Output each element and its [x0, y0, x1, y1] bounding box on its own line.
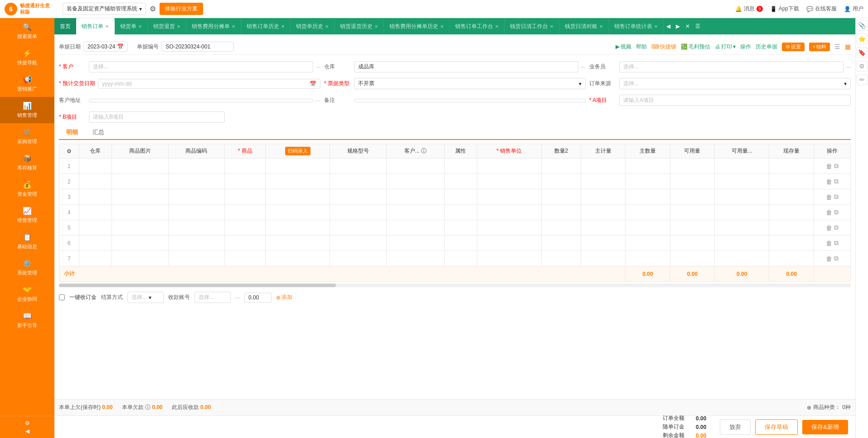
right-panel-icon-2[interactable]: ⭐	[857, 34, 868, 44]
order-source-select[interactable]: 选择... ▾	[619, 78, 851, 89]
delete-icon-6[interactable]: 🗑	[826, 240, 832, 247]
copy-icon-4[interactable]: ⧉	[834, 208, 839, 216]
industry-btn[interactable]: 体验行业方案	[160, 3, 203, 15]
tab-close-icon[interactable]: ✕	[599, 24, 603, 29]
sidebar-item-business[interactable]: 📈 经营管理	[0, 202, 54, 228]
system-selector[interactable]: 装备及固定资产辅助管理系统 ▾	[63, 3, 146, 15]
settings-icon[interactable]: ⚙	[150, 5, 156, 13]
cell-customer-1[interactable]	[386, 159, 444, 174]
tab-close-icon[interactable]: ✕	[654, 24, 658, 29]
tab-home[interactable]: 首页	[54, 18, 76, 34]
copy-icon-5[interactable]: ⧉	[834, 224, 839, 231]
sidebar-item-inventory[interactable]: 📦 库存核算	[0, 149, 54, 176]
tab-prev-btn[interactable]: ◀	[664, 23, 673, 29]
profit-btn[interactable]: 💹 毛利预估	[681, 43, 710, 51]
addr-more-icon[interactable]: ···	[316, 97, 320, 104]
invoice-type-select[interactable]: 不开票 ▾	[354, 78, 586, 89]
grid-icon[interactable]: ▦	[845, 43, 851, 50]
payment-method-select[interactable]: 选择... ▾	[127, 292, 164, 303]
tab-daily-reconcile[interactable]: 钱货日清对账 ✕	[559, 18, 609, 34]
discard-btn[interactable]: 放弃	[720, 419, 751, 435]
tab-close-icon[interactable]: ✕	[177, 24, 180, 29]
delete-icon-2[interactable]: 🗑	[826, 178, 832, 185]
tab-sales-invoice[interactable]: 销货单 ✕	[115, 18, 148, 34]
salesperson-input[interactable]: 选择...	[619, 61, 844, 72]
scan-input-btn[interactable]: 扫码录入	[285, 147, 310, 155]
sub-tab-summary[interactable]: 汇总	[85, 125, 112, 139]
tab-sales-expense[interactable]: 销售费用分摊单 ✕	[186, 18, 241, 34]
tab-close-icon[interactable]: ✕	[325, 24, 329, 29]
tab-close-icon[interactable]: ✕	[495, 24, 499, 29]
cell-qty2-1[interactable]	[541, 159, 581, 174]
notification-icon[interactable]: 🔔 消息 9	[735, 5, 763, 13]
tab-return-history[interactable]: 销货退货历史 ✕	[335, 18, 384, 34]
account-select[interactable]: 选择...	[194, 292, 231, 303]
tab-close-icon[interactable]: ✕	[232, 24, 235, 29]
th-settings[interactable]: ⚙	[59, 144, 79, 159]
b-project-input[interactable]: 请输入B项目	[89, 111, 225, 123]
add-payment-btn[interactable]: ⊕ 添加	[276, 294, 292, 301]
horizontal-scrollbar[interactable]	[59, 284, 851, 287]
cell-code-1[interactable]	[168, 159, 225, 174]
sidebar-item-purchase[interactable]: 🛒 采购管理	[0, 123, 54, 149]
tab-close-icon[interactable]: ✕	[105, 24, 109, 29]
tab-sales-order-history[interactable]: 销售订单历史 ✕	[241, 18, 291, 34]
copy-icon-7[interactable]: ⧉	[834, 255, 839, 262]
help-btn[interactable]: 帮助	[636, 43, 647, 51]
tab-close-icon[interactable]: ✕	[550, 24, 553, 29]
cell-spec-1[interactable]	[330, 159, 387, 174]
delivery-date-input[interactable]: yyyy-mm-dd 📅	[98, 79, 320, 89]
date-input[interactable]: 2023-03-24 📅	[83, 42, 128, 52]
save-draft-btn[interactable]: 保存草稿	[755, 419, 798, 435]
tab-close-icon[interactable]: ✕	[138, 24, 142, 29]
customer-input[interactable]: 选择...	[89, 61, 313, 72]
a-project-input[interactable]: 请输入A项目	[619, 95, 851, 106]
delete-icon-7[interactable]: 🗑	[826, 255, 832, 262]
sidebar-collapse-btn[interactable]: ◀	[25, 428, 29, 434]
sidebar-item-guide[interactable]: 📖 新手引导	[0, 307, 54, 333]
tab-sales-order[interactable]: 销售订单 ✕	[76, 18, 115, 34]
delete-icon-1[interactable]: 🗑	[826, 163, 832, 170]
sidebar-item-search[interactable]: 🔍 搜索菜单	[0, 18, 54, 44]
tab-sales-stats[interactable]: 销售订单统计表 ✕	[609, 18, 664, 34]
tab-invoice-history[interactable]: 销货单历史 ✕	[291, 18, 335, 34]
customer-more-icon[interactable]: ···	[316, 64, 320, 70]
right-panel-icon-4[interactable]: ⚙	[857, 61, 868, 72]
warehouse-more-icon[interactable]: ···	[581, 64, 586, 70]
customer-addr-input[interactable]	[89, 99, 313, 102]
history-btn[interactable]: 历史单据	[756, 43, 777, 51]
settings-btn[interactable]: ⚙ 设置	[782, 43, 805, 51]
copy-icon-2[interactable]: ⧉	[834, 178, 839, 185]
tab-daily-workbench[interactable]: 钱货日清工作台 ✕	[504, 18, 559, 34]
tab-expense-history[interactable]: 销售费用分摊单历史 ✕	[384, 18, 450, 34]
view-toggle-icon[interactable]: ☰	[834, 43, 840, 50]
sidebar-item-enterprise[interactable]: 🤝 企业协同	[0, 281, 54, 307]
tab-close-all-btn[interactable]: ✕	[683, 23, 693, 29]
sidebar-item-marketing[interactable]: 📢 营销推广	[0, 71, 54, 97]
delete-icon-3[interactable]: 🗑	[826, 193, 832, 201]
payment-amount[interactable]: 0.00	[244, 293, 272, 303]
sidebar-item-basic[interactable]: 📋 基础信息	[0, 228, 54, 255]
user-avatar[interactable]: 👤 用户	[844, 5, 863, 13]
tab-sales-return[interactable]: 销货退货 ✕	[148, 18, 186, 34]
sidebar-item-system[interactable]: ⚙️ 系统管理	[0, 255, 54, 281]
account-more-icon[interactable]: ···	[235, 294, 240, 301]
add-product-btn[interactable]: + 物料	[809, 43, 830, 51]
video-btn[interactable]: ▶ 视频	[616, 43, 631, 51]
cell-warehouse-1[interactable]	[79, 159, 112, 174]
one-click-checkbox[interactable]	[59, 294, 65, 300]
sub-tab-detail[interactable]: 明细	[59, 125, 85, 140]
tab-close-icon[interactable]: ✕	[281, 24, 285, 29]
right-panel-icon-3[interactable]: 🔖	[857, 47, 868, 58]
online-service-btn[interactable]: 💬 在线客服	[806, 5, 837, 13]
cell-image-1[interactable]	[112, 159, 168, 174]
tab-menu-btn[interactable]: ☰	[693, 23, 703, 29]
sidebar-settings-icon[interactable]: ⚙	[25, 420, 30, 426]
cell-product-1[interactable]	[225, 159, 266, 174]
shortcut-btn[interactable]: ⌨ 快捷键	[651, 43, 676, 51]
copy-icon-3[interactable]: ⧉	[834, 193, 839, 201]
app-download-btn[interactable]: 📱 App下载	[770, 5, 799, 13]
tab-next-btn[interactable]: ▶	[673, 23, 683, 29]
scroll-thumb[interactable]	[59, 284, 336, 287]
cell-unit-1[interactable]	[477, 159, 541, 174]
